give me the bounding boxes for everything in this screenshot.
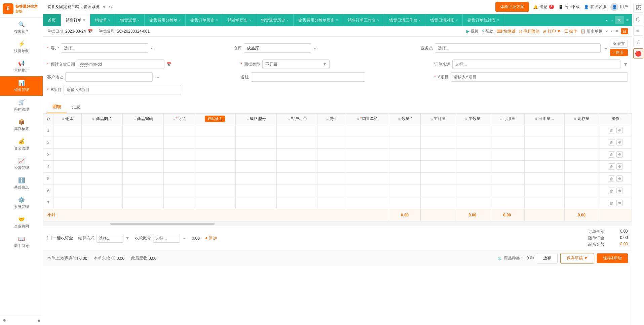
row-5-available-more[interactable] bbox=[524, 173, 564, 185]
close-sales-order-history-icon[interactable]: × bbox=[216, 18, 218, 22]
row-3-delete-btn[interactable]: 🗑 bbox=[608, 151, 615, 158]
row-4-spec[interactable] bbox=[235, 161, 276, 173]
row-1-sales-unit[interactable] bbox=[345, 124, 389, 136]
row-6-product[interactable] bbox=[163, 185, 194, 197]
row-2-spec[interactable] bbox=[235, 136, 276, 149]
salesperson-input[interactable] bbox=[435, 43, 601, 53]
notification-item[interactable]: 🔔 消息 5 bbox=[533, 4, 554, 10]
list-view-icon[interactable]: ≡ bbox=[615, 29, 618, 34]
row-7-spec[interactable] bbox=[235, 197, 276, 209]
row-5-code[interactable] bbox=[122, 173, 163, 185]
sidebar-item-system[interactable]: ⚙️ 系统管理 bbox=[0, 193, 43, 213]
row-4-available-more[interactable] bbox=[524, 161, 564, 173]
sidebar-item-sales[interactable]: 📊 销售管理 bbox=[0, 76, 43, 96]
row-5-warehouse[interactable] bbox=[53, 173, 82, 185]
row-1-main-qty[interactable] bbox=[455, 124, 490, 136]
row-7-code[interactable] bbox=[122, 197, 163, 209]
row-4-available[interactable] bbox=[490, 161, 524, 173]
row-3-customer-code[interactable] bbox=[276, 149, 317, 161]
tab-sales-order[interactable]: 销售订单 × bbox=[61, 14, 90, 26]
row-2-available-more[interactable] bbox=[524, 136, 564, 149]
operate-action[interactable]: ☰ 操作 bbox=[564, 29, 577, 34]
row-5-current-stock[interactable] bbox=[564, 173, 599, 185]
online-support-item[interactable]: 👤 在线客服 bbox=[584, 4, 606, 10]
close-goods-history-icon[interactable]: × bbox=[249, 18, 251, 22]
tab-summary[interactable]: 汇总 bbox=[67, 101, 86, 113]
a-project-input[interactable] bbox=[451, 72, 628, 82]
close-sales-stats-icon[interactable]: × bbox=[497, 18, 499, 22]
row-3-current-stock[interactable] bbox=[564, 149, 599, 161]
close-order-workspace-icon[interactable]: × bbox=[377, 18, 379, 22]
row-2-code[interactable] bbox=[122, 136, 163, 149]
row-6-warehouse[interactable] bbox=[53, 185, 82, 197]
sidebar-collapse-icon[interactable]: ◀ bbox=[37, 318, 40, 323]
dropdown-icon[interactable]: ▼ bbox=[102, 5, 106, 9]
row-4-product[interactable] bbox=[163, 161, 194, 173]
close-sales-fee-icon[interactable]: × bbox=[179, 18, 181, 22]
row-6-code[interactable] bbox=[122, 185, 163, 197]
row-1-warehouse[interactable] bbox=[53, 124, 82, 136]
settings-button[interactable]: ⚙ 设置 bbox=[610, 40, 628, 48]
row-4-delete-btn[interactable]: 🗑 bbox=[608, 163, 615, 170]
row-1-customer-code[interactable] bbox=[276, 124, 317, 136]
settlement-input[interactable] bbox=[97, 234, 123, 243]
th-qty2[interactable]: ⇅ 数量2 bbox=[389, 114, 420, 124]
sidebar-settings-icon[interactable]: ⚙ bbox=[3, 318, 6, 323]
b-project-input[interactable] bbox=[64, 85, 181, 94]
close-daily-reconcile-icon[interactable]: × bbox=[456, 18, 458, 22]
sidebar-item-operations[interactable]: 📈 经营管理 bbox=[0, 154, 43, 174]
row-7-product[interactable] bbox=[163, 197, 194, 209]
grid-view-icon[interactable]: ⊟ bbox=[621, 28, 628, 34]
row-3-main-qty[interactable] bbox=[455, 149, 490, 161]
th-main-qty[interactable]: ⇅ 主数量 bbox=[455, 114, 490, 124]
close-daily-workspace-icon[interactable]: × bbox=[419, 18, 421, 22]
sidebar-item-search[interactable]: 🔍 搜索菜单 bbox=[0, 18, 43, 37]
tab-sales-order-history[interactable]: 销售订单历史 × bbox=[186, 14, 223, 26]
settings-gear-icon[interactable]: ⚙ bbox=[109, 5, 113, 9]
row-4-customer-code[interactable] bbox=[276, 161, 317, 173]
tab-sales-goods[interactable]: 销货单 × bbox=[90, 14, 115, 26]
shortcut-action[interactable]: ⌨ 快捷键 bbox=[497, 29, 516, 34]
tab-home[interactable]: 首页 bbox=[43, 14, 61, 26]
customer-more-icon[interactable]: ··· bbox=[151, 45, 155, 51]
warehouse-more-icon[interactable]: ··· bbox=[314, 45, 318, 51]
th-spec[interactable]: ⇅ 规格型号 bbox=[235, 114, 276, 124]
tab-sales-fee[interactable]: 销售费用分摊单 × bbox=[145, 14, 186, 26]
row-6-main-qty[interactable] bbox=[455, 185, 490, 197]
tab-sales-return[interactable]: 销货退货 × bbox=[115, 14, 145, 26]
th-product-image[interactable]: ⇅ 商品图片 bbox=[81, 114, 122, 124]
sidebar-item-basic-info[interactable]: ℹ️ 基础信息 bbox=[0, 174, 43, 193]
row-5-main-unit[interactable] bbox=[421, 173, 455, 185]
row-3-attributes[interactable] bbox=[317, 149, 345, 161]
th-settings[interactable]: ⚙ bbox=[43, 114, 53, 124]
row-2-copy-btn[interactable]: ⊕ bbox=[616, 139, 623, 146]
row-1-attributes[interactable] bbox=[317, 124, 345, 136]
row-4-attributes[interactable] bbox=[317, 161, 345, 173]
row-7-available[interactable] bbox=[490, 197, 524, 209]
row-7-customer-code[interactable] bbox=[276, 197, 317, 209]
row-2-available[interactable] bbox=[490, 136, 524, 149]
row-2-product[interactable] bbox=[163, 136, 194, 149]
row-6-available-more[interactable] bbox=[524, 185, 564, 197]
add-link[interactable]: ● 添加 bbox=[205, 235, 217, 241]
row-7-sales-unit[interactable] bbox=[345, 197, 389, 209]
row-6-available[interactable] bbox=[490, 185, 524, 197]
tab-daily-workspace[interactable]: 钱货日清工作台 × bbox=[384, 14, 426, 26]
close-fee-history-icon[interactable]: × bbox=[336, 18, 338, 22]
row-7-qty2[interactable] bbox=[389, 197, 420, 209]
invoice-type-select[interactable]: 不开票 ▼ bbox=[262, 59, 330, 69]
nav-prev-form-icon[interactable]: ‹ bbox=[606, 29, 607, 34]
row-5-qty2[interactable] bbox=[389, 173, 420, 185]
receipt-more-icon[interactable]: ··· bbox=[183, 236, 187, 241]
th-main-unit[interactable]: ⇅ 主计量 bbox=[421, 114, 455, 124]
row-7-main-unit[interactable] bbox=[421, 197, 455, 209]
nav-next-icon[interactable]: › bbox=[609, 16, 615, 24]
row-6-main-unit[interactable] bbox=[421, 185, 455, 197]
row-2-delete-btn[interactable]: 🗑 bbox=[608, 139, 615, 146]
sidebar-item-enterprise[interactable]: 🤝 企业协同 bbox=[0, 213, 43, 232]
row-3-sales-unit[interactable] bbox=[345, 149, 389, 161]
tab-fee-history[interactable]: 销售费用分摊单历史 × bbox=[294, 14, 343, 26]
row-6-attributes[interactable] bbox=[317, 185, 345, 197]
close-return-history-icon[interactable]: × bbox=[287, 18, 289, 22]
row-5-delete-btn[interactable]: 🗑 bbox=[608, 175, 615, 182]
